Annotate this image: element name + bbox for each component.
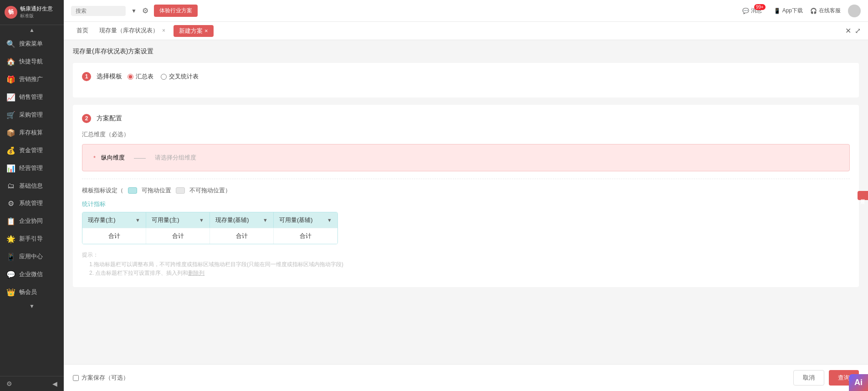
step2-row: 2 方案配置 [82, 114, 850, 123]
sidebar-item-marketing[interactable]: 🎁 营销推广 [0, 71, 64, 88]
col-header-0-label: 现存量(主) [88, 216, 116, 224]
sidebar: 畅 畅康通好生意 标准版 ▲ 🔍 搜索菜单 🏠 快捷导航 🎁 营销推广 📈 销售… [0, 0, 64, 391]
crown-icon: 👑 [6, 288, 15, 297]
sidebar-item-basic[interactable]: 🗂 基础信息 [0, 177, 64, 195]
sidebar-item-label-enterprise: 企业协同 [19, 217, 43, 225]
system-icon: ⚙ [6, 199, 15, 208]
chart-icon: 📈 [6, 93, 15, 102]
dim-placeholder[interactable]: 请选择分组维度 [155, 154, 196, 162]
user-avatar[interactable] [848, 5, 861, 17]
right-panel-hint[interactable]: 展开 [858, 191, 868, 200]
tab-inventory[interactable]: 现存量（库存状况表） × [94, 22, 172, 40]
step1-label: 选择模板 [97, 72, 122, 81]
col-header-1[interactable]: 可用量(主) ▼ [146, 212, 210, 228]
topbar-gear-button[interactable]: ⚙ [142, 6, 148, 15]
enterprise-icon: 📋 [6, 217, 15, 226]
hint-section: 提示： 1.拖动标题栏可以调整布局，不可跨维度或指标区域拖动栏目字段(只能在同一… [82, 251, 850, 277]
col-header-3-chevron: ▼ [327, 217, 332, 223]
logo-icon: 畅 [5, 6, 17, 19]
radio-summary-label: 汇总表 [136, 72, 153, 81]
sidebar-item-finance[interactable]: 💰 资金管理 [0, 142, 64, 159]
app-version: 标准版 [20, 13, 53, 19]
step2-label: 方案配置 [97, 114, 122, 123]
stats-table-body-row: 合计 合计 合计 合计 [82, 228, 337, 244]
sidebar-item-system[interactable]: ⚙ 系统管理 [0, 195, 64, 212]
sidebar-item-newbie[interactable]: 🌟 新手引导 [0, 230, 64, 248]
step1-badge: 1 [82, 72, 91, 81]
col-body-3: 合计 [274, 228, 337, 244]
summary-dim-subtitle: 汇总维度（必选） [82, 130, 850, 139]
sidebar-item-quicknav[interactable]: 🏠 快捷导航 [0, 53, 64, 71]
content-area: 现存量(库存状况表)方案设置 1 选择模板 汇总表 交叉统计表 [64, 40, 868, 364]
tabs-close-all[interactable]: ✕ [845, 26, 851, 35]
sidebar-scroll-down[interactable]: ▼ [0, 301, 64, 311]
col-header-3[interactable]: 可用量(基辅) ▼ [274, 212, 337, 228]
step1-card: 1 选择模板 汇总表 交叉统计表 [73, 63, 859, 98]
sidebar-item-label-operations: 经营管理 [19, 164, 43, 172]
tabs-right-controls: ✕ ⤢ [845, 26, 861, 35]
info-icon: 🗂 [6, 182, 15, 190]
required-star: * [93, 154, 96, 161]
operations-icon: 📊 [6, 164, 15, 173]
message-button[interactable]: 💬 消息 99+ [742, 7, 762, 15]
topbar-search-input[interactable] [71, 6, 126, 16]
stats-section: 统计指标 现存量(主) ▼ 可用量(主) ▼ 现存量(基辅) [82, 200, 850, 246]
sidebar-item-label-search: 搜索菜单 [19, 40, 43, 48]
sidebar-logo: 畅 畅康通好生意 标准版 [0, 0, 64, 25]
col-header-0[interactable]: 现存量(主) ▼ [82, 212, 146, 228]
gift-icon: 🎁 [6, 75, 15, 84]
ai-badge[interactable]: Ai [849, 374, 868, 391]
sidebar-item-purchase[interactable]: 🛒 采购管理 [0, 106, 64, 124]
sidebar-item-apps[interactable]: 📱 应用中心 [0, 248, 64, 266]
tab-inventory-close[interactable]: × [161, 27, 166, 34]
sidebar-item-member[interactable]: 👑 畅会员 [0, 283, 64, 301]
sidebar-item-label-newbie: 新手引导 [19, 235, 43, 243]
box-icon: 📦 [6, 129, 15, 137]
col-header-2-label: 现存量(基辅) [215, 216, 249, 224]
col-header-2-chevron: ▼ [263, 217, 268, 223]
sidebar-item-label-finance: 资金管理 [19, 146, 43, 154]
hint-item-2: 2. 点击标题栏下拉可设置排序、插入列和删除列 [82, 269, 850, 277]
sidebar-item-wechat[interactable]: 💬 企业微信 [0, 266, 64, 283]
radio-cross[interactable]: 交叉统计表 [161, 72, 199, 81]
template-indicators: 模板指标设定（ 可拖动位置 不可拖动位置） [82, 186, 850, 195]
message-icon: 💬 [742, 8, 749, 14]
sidebar-item-search[interactable]: 🔍 搜索菜单 [0, 35, 64, 53]
delete-col-link[interactable]: 删除列 [188, 270, 204, 276]
search-icon: 🔍 [6, 40, 15, 48]
app-name: 畅康通好生意 [20, 5, 53, 13]
save-checkbox-label[interactable]: 方案保存（可选） [73, 374, 129, 382]
sidebar-item-inventory[interactable]: 📦 库存核算 [0, 124, 64, 142]
tabs-bar: 首页 现存量（库存状况表） × 新建方案 × ✕ ⤢ [64, 22, 868, 40]
trial-button[interactable]: 体验行业方案 [154, 5, 198, 17]
step2-badge: 2 [82, 114, 91, 123]
step1-row: 1 选择模板 汇总表 交叉统计表 [82, 72, 850, 81]
cancel-button[interactable]: 取消 [793, 370, 824, 386]
dropdown-button[interactable]: ▼ [131, 8, 137, 14]
sidebar-scroll-up[interactable]: ▲ [0, 25, 64, 35]
sidebar-item-label-inventory: 库存核算 [19, 129, 43, 137]
online-service-button[interactable]: 🎧 在线客服 [810, 7, 841, 15]
sidebar-item-enterprise[interactable]: 📋 企业协同 [0, 212, 64, 230]
template-indicator-label: 模板指标设定（ [82, 186, 123, 195]
hint-item-1: 1.拖动标题栏可以调整布局，不可跨维度或指标区域拖动栏目字段(只能在同一维度或指… [82, 261, 850, 268]
col-header-2[interactable]: 现存量(基辅) ▼ [210, 212, 274, 228]
collapse-btn[interactable]: ◀ [52, 380, 57, 387]
col-body-2: 合计 [210, 228, 274, 244]
app-icon: 📱 [774, 8, 781, 14]
settings-btn[interactable]: ⚙ [6, 380, 12, 387]
radio-summary[interactable]: 汇总表 [128, 72, 153, 81]
sidebar-item-label-sales: 销售管理 [19, 93, 43, 101]
draggable-indicator-box [128, 187, 137, 194]
tab-home-label: 首页 [77, 26, 88, 35]
not-draggable-indicator-box [176, 187, 185, 194]
tab-home[interactable]: 首页 [71, 22, 94, 40]
tab-new-label: 新建方案 [179, 27, 203, 35]
app-download-button[interactable]: 📱 App下载 [774, 7, 803, 15]
save-checkbox[interactable] [73, 375, 79, 381]
tabs-expand[interactable]: ⤢ [855, 26, 861, 35]
save-label: 方案保存（可选） [82, 374, 129, 382]
tab-new-scheme[interactable]: 新建方案 × [174, 25, 214, 37]
sidebar-item-operations[interactable]: 📊 经营管理 [0, 159, 64, 177]
sidebar-item-sales[interactable]: 📈 销售管理 [0, 88, 64, 106]
